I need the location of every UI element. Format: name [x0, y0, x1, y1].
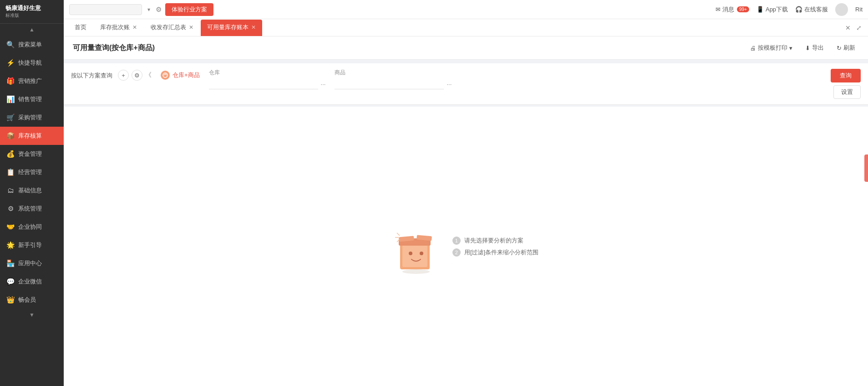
- edit-scheme-btn[interactable]: ⚙: [132, 70, 142, 81]
- refresh-icon: ↻: [837, 45, 842, 51]
- sidebar-item-label: 销售管理: [18, 95, 42, 103]
- tabbar-controls: ✕ ⤢: [843, 22, 863, 33]
- export-label: 导出: [812, 44, 824, 52]
- operation-icon: 📋: [6, 168, 15, 176]
- sidebar-item-member[interactable]: 👑畅会员: [0, 291, 64, 309]
- user-name: Rit: [855, 6, 863, 13]
- svg-rect-3: [402, 244, 427, 267]
- appstore-icon: 🏪: [6, 259, 15, 268]
- member-icon: 👑: [6, 296, 15, 304]
- industry-solution-button[interactable]: 体验行业方案: [165, 3, 213, 16]
- service-btn[interactable]: 🎧 在线客服: [795, 5, 828, 14]
- sidebar-item-system[interactable]: ⚙系统管理: [0, 200, 64, 218]
- page-content: 可用量查询(按仓库+商品) 🖨 按模板打印 ▾ ⬇ 导出 ↻ 刷新 按以下方案: [64, 36, 868, 386]
- tab-close-batch[interactable]: ✕: [132, 24, 137, 31]
- scroll-up-btn[interactable]: ▲: [0, 24, 64, 36]
- sales-icon: 📊: [6, 95, 15, 103]
- tab-close-available[interactable]: ✕: [251, 24, 256, 31]
- topbar-gear-icon[interactable]: ⚙: [156, 5, 162, 14]
- logo-sub: 标准版: [5, 12, 58, 19]
- tip-num-2: 2: [452, 248, 461, 257]
- tab-available[interactable]: 可用量库存账本✕: [201, 20, 262, 36]
- tab-label-available: 可用量库存账本: [207, 23, 249, 31]
- maximize-tab-btn[interactable]: ⤢: [854, 22, 863, 33]
- sidebar: 畅康通好生意 标准版 ▲ 🔍搜索菜单⚡快捷导航🎁营销推广📊销售管理🛒采购管理📦库…: [0, 0, 64, 386]
- sidebar-item-label: 快捷导航: [18, 59, 42, 67]
- filter-right-btns: 查询 设置: [831, 69, 861, 99]
- tab-label-summary: 收发存汇总表: [151, 23, 186, 31]
- topbar-dropdown-btn[interactable]: ▾: [146, 5, 152, 14]
- export-icon: ⬇: [805, 45, 810, 51]
- collapse-btn[interactable]: 《: [145, 71, 152, 79]
- tab-home[interactable]: 首页: [68, 20, 93, 36]
- warehouse-more-btn[interactable]: ···: [321, 81, 326, 87]
- sidebar-item-sales[interactable]: 📊销售管理: [0, 90, 64, 108]
- product-input[interactable]: [335, 78, 444, 89]
- warehouse-input[interactable]: [209, 78, 318, 89]
- tab-label-home: 首页: [75, 23, 86, 31]
- close-tab-btn[interactable]: ✕: [843, 22, 853, 33]
- sidebar-item-purchase[interactable]: 🛒采购管理: [0, 108, 64, 127]
- page-title: 可用量查询(按仓库+商品): [73, 43, 155, 53]
- tab-close-summary[interactable]: ✕: [189, 24, 193, 31]
- message-btn[interactable]: ✉ 消息 99+: [716, 5, 749, 14]
- sidebar-item-appstore[interactable]: 🏪应用中心: [0, 254, 64, 273]
- warehouse-field: 仓库 ···: [209, 69, 326, 89]
- add-scheme-btn[interactable]: +: [118, 70, 129, 81]
- appdown-icon: 📱: [756, 6, 764, 13]
- sidebar-scroll: ▲ 🔍搜索菜单⚡快捷导航🎁营销推广📊销售管理🛒采购管理📦库存核算💰资金管理📋经营…: [0, 24, 64, 386]
- shortcut-icon: ⚡: [6, 59, 15, 67]
- empty-illustration: [393, 224, 439, 269]
- print-label: 按模板打印: [758, 44, 787, 52]
- newbie-icon: 🌟: [6, 241, 15, 249]
- message-icon: ✉: [716, 6, 721, 13]
- tab-label-batch: 库存批次账: [100, 23, 130, 31]
- sidebar-item-base[interactable]: 🗂基础信息: [0, 181, 64, 200]
- sidebar-item-inventory[interactable]: 📦库存核算: [0, 127, 64, 145]
- appdown-btn[interactable]: 📱 App下载: [756, 5, 788, 14]
- page-header-actions: 🖨 按模板打印 ▾ ⬇ 导出 ↻ 刷新: [746, 42, 859, 54]
- tabs-container: 首页库存批次账✕收发存汇总表✕可用量库存账本✕: [68, 20, 262, 36]
- empty-tips: 1 请先选择要分析的方案 2 用[过滤]条件来缩小分析范围: [452, 237, 538, 257]
- tab-batch[interactable]: 库存批次账✕: [94, 20, 143, 36]
- sidebar-item-search[interactable]: 🔍搜索菜单: [0, 36, 64, 54]
- scroll-down-btn[interactable]: ▼: [0, 309, 64, 321]
- sidebar-item-shortcut[interactable]: ⚡快捷导航: [0, 54, 64, 72]
- scheme-label: 仓库+商品: [173, 71, 200, 79]
- empty-tip-2: 2 用[过滤]条件来缩小分析范围: [452, 248, 538, 257]
- query-button[interactable]: 查询: [831, 69, 861, 82]
- sidebar-item-enterprise[interactable]: 🤝企业协同: [0, 218, 64, 236]
- sidebar-item-finance[interactable]: 💰资金管理: [0, 145, 64, 163]
- svg-point-7: [409, 252, 412, 255]
- topbar-search-input[interactable]: [69, 4, 142, 15]
- product-field: 商品 ···: [335, 69, 452, 89]
- sidebar-item-newbie[interactable]: 🌟新手引导: [0, 236, 64, 254]
- sidebar-item-label: 采购管理: [18, 113, 42, 122]
- sidebar-item-operation[interactable]: 📋经营管理: [0, 163, 64, 181]
- tab-summary[interactable]: 收发存汇总表✕: [144, 20, 200, 36]
- sidebar-item-label: 企业微信: [18, 278, 42, 286]
- sidebar-item-label: 经营管理: [18, 168, 42, 176]
- filter-actions: + ⚙ 《: [118, 69, 152, 81]
- enterprise-icon: 🤝: [6, 223, 15, 231]
- service-label: 在线客服: [804, 5, 828, 14]
- sidebar-item-label: 基础信息: [18, 186, 42, 195]
- base-icon: 🗂: [6, 186, 15, 194]
- empty-tip-1: 1 请先选择要分析的方案: [452, 237, 538, 245]
- product-more-btn[interactable]: ···: [447, 81, 452, 87]
- settings-button[interactable]: 设置: [833, 85, 861, 99]
- refresh-btn[interactable]: ↻ 刷新: [833, 42, 859, 54]
- tip-text-2: 用[过滤]条件来缩小分析范围: [464, 248, 538, 257]
- sidebar-item-label: 资金管理: [18, 150, 42, 158]
- export-btn[interactable]: ⬇ 导出: [802, 42, 827, 54]
- sidebar-item-wechat[interactable]: 💬企业微信: [0, 273, 64, 291]
- sidebar-logo: 畅康通好生意 标准版: [0, 0, 64, 24]
- user-avatar[interactable]: [835, 3, 848, 16]
- print-template-btn[interactable]: 🖨 按模板打印 ▾: [746, 42, 796, 54]
- scheme-warehouse-product[interactable]: 仓库+商品: [157, 69, 203, 82]
- right-scrollbar[interactable]: [864, 154, 868, 182]
- sidebar-item-marketing[interactable]: 🎁营销推广: [0, 72, 64, 90]
- product-label: 商品: [335, 69, 452, 77]
- system-icon: ⚙: [6, 205, 15, 213]
- sidebar-item-label: 应用中心: [18, 259, 42, 268]
